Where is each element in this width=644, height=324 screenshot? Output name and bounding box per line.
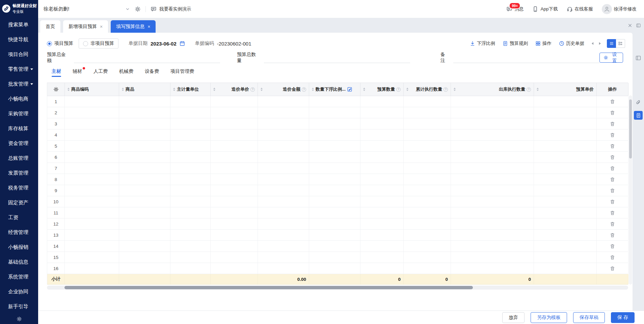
app-download-button[interactable]: App下载 bbox=[532, 6, 558, 12]
cell-cost_price[interactable] bbox=[211, 152, 258, 163]
toolbar-link-2[interactable]: 预算规则 bbox=[503, 40, 528, 47]
sidebar-item-5[interactable]: 批发管理 bbox=[0, 77, 38, 91]
sidebar-item-17[interactable]: 基础信息 bbox=[0, 255, 38, 269]
close-all-tabs-icon[interactable] bbox=[627, 23, 633, 28]
cell-cost_amount[interactable] bbox=[258, 196, 309, 207]
cell-code[interactable] bbox=[65, 174, 119, 185]
sidebar-item-3[interactable]: 项目合同 bbox=[0, 47, 38, 62]
save-draft-button[interactable]: 保存草稿 bbox=[573, 312, 605, 323]
cell-out_exec_qty[interactable] bbox=[451, 241, 534, 252]
cell-float_ratio[interactable] bbox=[309, 230, 360, 240]
material-tab-6[interactable]: 项目管理费 bbox=[170, 68, 194, 77]
material-tab-4[interactable]: 机械费 bbox=[119, 68, 133, 77]
company-selector[interactable]: 徐老板勿删! bbox=[44, 6, 130, 12]
cell-out_exec_qty[interactable] bbox=[451, 174, 534, 185]
cell-float_ratio[interactable] bbox=[309, 152, 360, 163]
sort-icon[interactable] bbox=[312, 88, 314, 91]
material-tab-3[interactable]: 人工费 bbox=[93, 68, 108, 77]
cell-cost_price[interactable] bbox=[211, 174, 258, 185]
cell-cum_exec_qty[interactable] bbox=[404, 152, 451, 163]
cell-budget_qty[interactable] bbox=[360, 241, 404, 252]
delete-row-button[interactable] bbox=[610, 166, 615, 171]
budget-type-radio-1[interactable]: 项目预算 bbox=[47, 40, 73, 47]
sidebar-item-7[interactable]: 采购管理 bbox=[0, 106, 38, 121]
cell-budget_price[interactable] bbox=[534, 207, 597, 218]
cell-product[interactable] bbox=[119, 141, 170, 151]
cell-cum_exec_qty[interactable] bbox=[404, 96, 451, 107]
info-icon[interactable]: ? bbox=[396, 87, 401, 92]
delete-row-button[interactable] bbox=[610, 177, 615, 182]
cell-product[interactable] bbox=[119, 218, 170, 229]
cell-code[interactable] bbox=[65, 218, 119, 229]
cell-budget_price[interactable] bbox=[534, 263, 597, 274]
cell-unit[interactable] bbox=[170, 141, 211, 151]
cell-cost_amount[interactable] bbox=[258, 230, 309, 240]
cell-out_exec_qty[interactable] bbox=[451, 141, 534, 151]
workspace-settings-button[interactable] bbox=[135, 6, 141, 12]
cell-budget_qty[interactable] bbox=[360, 263, 404, 274]
cell-float_ratio[interactable] bbox=[309, 118, 360, 129]
cell-product[interactable] bbox=[119, 196, 170, 207]
delete-row-button[interactable] bbox=[610, 188, 615, 193]
cell-code[interactable] bbox=[65, 263, 119, 274]
budget-type-radio-2[interactable]: 非项目预算 bbox=[79, 38, 118, 49]
remark-input[interactable] bbox=[453, 54, 599, 63]
sort-icon[interactable] bbox=[363, 88, 365, 91]
tab-3[interactable]: 填写预算信息× bbox=[111, 20, 156, 33]
cell-budget_price[interactable] bbox=[534, 152, 597, 163]
toolbar-link-3[interactable]: 操作 bbox=[535, 40, 552, 47]
cell-product[interactable] bbox=[119, 241, 170, 252]
cell-unit[interactable] bbox=[170, 163, 211, 174]
cell-out_exec_qty[interactable] bbox=[451, 218, 534, 229]
cell-out_exec_qty[interactable] bbox=[451, 118, 534, 129]
delete-row-button[interactable] bbox=[610, 110, 615, 115]
cell-code[interactable] bbox=[65, 230, 119, 240]
cell-cost_amount[interactable] bbox=[258, 174, 309, 185]
cell-unit[interactable] bbox=[170, 129, 211, 140]
user-menu[interactable]: 徐泽华修改 bbox=[602, 4, 637, 14]
cell-code[interactable] bbox=[65, 185, 119, 196]
cell-float_ratio[interactable] bbox=[309, 96, 360, 107]
column-header-code[interactable]: 商品编码 bbox=[65, 83, 119, 96]
cell-cum_exec_qty[interactable] bbox=[404, 118, 451, 129]
cell-budget_price[interactable] bbox=[534, 196, 597, 207]
delete-row-button[interactable] bbox=[610, 99, 615, 104]
material-tab-2[interactable]: 辅材 bbox=[73, 68, 82, 77]
cell-budget_qty[interactable] bbox=[360, 174, 404, 185]
cell-product[interactable] bbox=[119, 252, 170, 263]
delete-row-button[interactable] bbox=[610, 222, 615, 227]
sort-icon[interactable] bbox=[68, 88, 70, 91]
sidebar-item-10[interactable]: 总账管理 bbox=[0, 151, 38, 166]
cell-code[interactable] bbox=[65, 129, 119, 140]
prev-record-icon[interactable] bbox=[590, 41, 595, 46]
cell-code[interactable] bbox=[65, 207, 119, 218]
cell-out_exec_qty[interactable] bbox=[451, 230, 534, 240]
cell-cum_exec_qty[interactable] bbox=[404, 196, 451, 207]
next-record-icon[interactable] bbox=[597, 41, 602, 46]
cell-unit[interactable] bbox=[170, 152, 211, 163]
cell-cost_price[interactable] bbox=[211, 96, 258, 107]
cell-product[interactable] bbox=[119, 174, 170, 185]
messages-button[interactable]: 99+ 消息 bbox=[506, 6, 524, 12]
info-icon[interactable]: ? bbox=[527, 87, 531, 92]
cell-code[interactable] bbox=[65, 196, 119, 207]
cell-cum_exec_qty[interactable] bbox=[404, 107, 451, 118]
vertical-scrollbar-thumb[interactable] bbox=[629, 99, 632, 158]
delete-row-button[interactable] bbox=[610, 233, 615, 238]
sort-icon[interactable] bbox=[261, 88, 263, 91]
sidebar-item-19[interactable]: 企业协同 bbox=[0, 284, 38, 299]
online-service-button[interactable]: 在线客服 bbox=[567, 6, 593, 12]
document-code-value[interactable]: -20230602-001 bbox=[217, 41, 251, 47]
cell-budget_price[interactable] bbox=[534, 174, 597, 185]
cell-float_ratio[interactable] bbox=[309, 163, 360, 174]
info-icon[interactable]: ? bbox=[250, 87, 255, 92]
cell-float_ratio[interactable] bbox=[309, 129, 360, 140]
delete-row-button[interactable] bbox=[610, 210, 615, 215]
column-header-rownum[interactable] bbox=[47, 83, 65, 96]
cell-budget_qty[interactable] bbox=[360, 152, 404, 163]
cell-cost_amount[interactable] bbox=[258, 118, 309, 129]
sidebar-item-18[interactable]: 系统管理 bbox=[0, 269, 38, 284]
cell-cost_amount[interactable] bbox=[258, 141, 309, 151]
cell-float_ratio[interactable] bbox=[309, 185, 360, 196]
toolbar-link-4[interactable]: 历史单据 bbox=[559, 40, 584, 47]
